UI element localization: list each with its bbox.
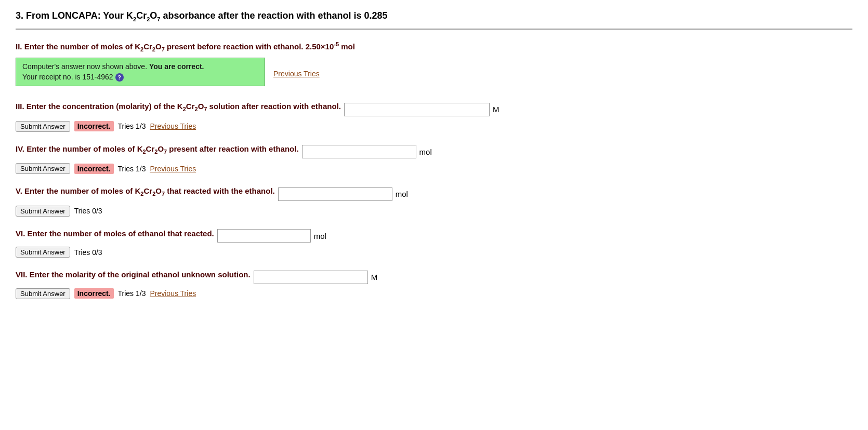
question-II-feedback-row: Computer's answer now shown above. You a… xyxy=(16,58,852,89)
prev-tries-link-IV[interactable]: Previous Tries xyxy=(150,165,196,173)
question-II: II. Enter the number of moles of K2Cr2O7… xyxy=(16,40,852,90)
question-V-label-row: V. Enter the number of moles of K2Cr2O7 … xyxy=(16,185,852,203)
feedback-row-V: Submit Answer Tries 0/3 xyxy=(16,206,852,217)
submit-button-VI[interactable]: Submit Answer xyxy=(16,247,70,258)
question-V: V. Enter the number of moles of K2Cr2O7 … xyxy=(16,185,852,217)
question-VI-label-row: VI. Enter the number of moles of ethanol… xyxy=(16,228,852,244)
unit-IV: mol xyxy=(419,147,432,156)
feedback-row-IV: Submit Answer Incorrect. Tries 1/3 Previ… xyxy=(16,163,852,174)
info-icon[interactable]: ? xyxy=(115,73,124,82)
submit-button-V[interactable]: Submit Answer xyxy=(16,206,70,217)
question-III-label: III. Enter the concentration (molarity) … xyxy=(16,101,341,114)
tries-VII: Tries 1/3 xyxy=(118,289,146,298)
question-VII-label-row: VII. Enter the molarity of the original … xyxy=(16,269,852,285)
question-III-label-row: III. Enter the concentration (molarity) … xyxy=(16,101,852,118)
question-III: III. Enter the concentration (molarity) … xyxy=(16,101,852,132)
tries-IV: Tries 1/3 xyxy=(118,165,146,173)
prev-tries-link-III[interactable]: Previous Tries xyxy=(150,122,196,130)
tries-III: Tries 1/3 xyxy=(118,122,146,130)
question-VII: VII. Enter the molarity of the original … xyxy=(16,269,852,299)
question-VII-label: VII. Enter the molarity of the original … xyxy=(16,269,251,281)
question-V-label: V. Enter the number of moles of K2Cr2O7 … xyxy=(16,185,275,198)
submit-button-VII[interactable]: Submit Answer xyxy=(16,288,70,299)
incorrect-badge-III: Incorrect. xyxy=(74,121,114,131)
question-II-label: II. Enter the number of moles of K2Cr2O7… xyxy=(16,40,852,54)
correct-bold: You are correct. xyxy=(149,62,204,71)
prev-tries-link-II[interactable]: Previous Tries xyxy=(273,70,320,78)
tries-VI: Tries 0/3 xyxy=(74,248,102,257)
answer-input-VI[interactable] xyxy=(217,229,311,243)
question-VI: VI. Enter the number of moles of ethanol… xyxy=(16,228,852,258)
correct-message: Computer's answer now shown above. xyxy=(22,62,149,71)
tries-V: Tries 0/3 xyxy=(74,207,102,215)
question-VI-label: VI. Enter the number of moles of ethanol… xyxy=(16,228,214,240)
divider xyxy=(16,29,852,30)
submit-button-IV[interactable]: Submit Answer xyxy=(16,163,70,174)
answer-input-VII[interactable] xyxy=(254,271,368,284)
receipt-line: Your receipt no. is 151-4962 ? xyxy=(22,73,258,82)
feedback-row-VI: Submit Answer Tries 0/3 xyxy=(16,247,852,258)
question-IV-label-row: IV. Enter the number of moles of K2Cr2O7… xyxy=(16,143,852,160)
feedback-row-III: Submit Answer Incorrect. Tries 1/3 Previ… xyxy=(16,121,852,132)
question-IV: IV. Enter the number of moles of K2Cr2O7… xyxy=(16,143,852,174)
unit-III: M xyxy=(493,105,499,114)
answer-input-III[interactable] xyxy=(344,103,490,116)
answer-input-IV[interactable] xyxy=(302,145,416,158)
feedback-row-VII: Submit Answer Incorrect. Tries 1/3 Previ… xyxy=(16,288,852,299)
prev-tries-link-VII[interactable]: Previous Tries xyxy=(150,289,196,298)
incorrect-badge-IV: Incorrect. xyxy=(74,164,114,174)
correct-box: Computer's answer now shown above. You a… xyxy=(16,58,265,86)
answer-input-V[interactable] xyxy=(278,187,392,201)
submit-button-III[interactable]: Submit Answer xyxy=(16,121,70,132)
incorrect-badge-VII: Incorrect. xyxy=(74,288,114,299)
page-title: 3. From LONCAPA: Your K2Cr2O7 absorbance… xyxy=(16,10,852,22)
unit-VI: mol xyxy=(314,232,326,240)
unit-V: mol xyxy=(396,190,408,198)
question-IV-label: IV. Enter the number of moles of K2Cr2O7… xyxy=(16,143,299,156)
unit-VII: M xyxy=(371,273,378,281)
